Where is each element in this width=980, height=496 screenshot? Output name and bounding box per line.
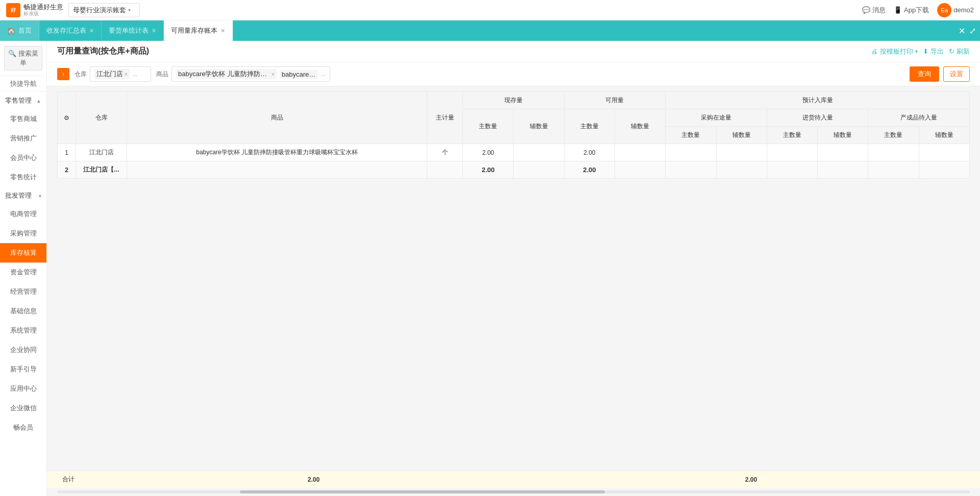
cell-pend-aux bbox=[818, 144, 868, 161]
col-purchase-transit: 采购在途量 bbox=[666, 109, 767, 127]
logo-icon: 好 bbox=[6, 3, 20, 17]
sidebar-item-appstore[interactable]: 应用中心 bbox=[0, 379, 46, 398]
cell-index: 1 bbox=[58, 144, 76, 161]
tab-order[interactable]: 要货单统计表 ✕ bbox=[102, 20, 164, 41]
tab-available[interactable]: 可用量库存账本 ✕ bbox=[164, 20, 233, 41]
sidebar-item-basics[interactable]: 基础信息 bbox=[0, 301, 46, 321]
cell-stock-aux2 bbox=[513, 161, 564, 179]
filter-warehouse-group: 仓库 江北门店 × ... bbox=[75, 66, 151, 82]
print-btn[interactable]: 🖨 按模板打印 ▾ bbox=[871, 47, 918, 56]
sidebar-item-newbie[interactable]: 新手引导 bbox=[0, 360, 46, 379]
search-icon: 🔍 bbox=[8, 50, 16, 57]
cell-avail-main2: 2.00 bbox=[564, 161, 615, 179]
sidebar-item-retail-mgmt[interactable]: 零售管理 ▲ bbox=[0, 92, 46, 109]
col-pending-in: 进货待入量 bbox=[767, 109, 868, 127]
col-stock-aux: 辅数量 bbox=[513, 109, 564, 144]
filter-warehouse-label: 仓库 bbox=[75, 70, 87, 79]
sidebar-item-marketing[interactable]: 营销推广 bbox=[0, 129, 46, 148]
col-warehouse: 仓库 bbox=[76, 92, 127, 144]
sidebar-item-vip[interactable]: 畅会员 bbox=[0, 418, 46, 437]
cell-pur-main bbox=[666, 144, 716, 161]
cell-product2 bbox=[127, 161, 427, 179]
col-unit: 主计量 bbox=[427, 92, 463, 144]
app-download-btn[interactable]: 📱 App下载 bbox=[894, 6, 929, 15]
sidebar-item-system[interactable]: 系统管理 bbox=[0, 321, 46, 340]
filter-product-tag1: babycare学饮杯 儿童防摔防撞吸管杯重力球吸嘴杯宝宝水杯 × bbox=[176, 69, 277, 79]
cell-prod-aux bbox=[919, 144, 969, 161]
industry-select[interactable]: 母婴行业演示账套 ▾ bbox=[68, 3, 140, 17]
sidebar-search-btn[interactable]: 🔍 搜索菜单 bbox=[4, 46, 42, 70]
sidebar-item-wholesale-mgmt[interactable]: 批发管理 ▾ bbox=[0, 187, 46, 204]
chevron-down-icon: ▾ bbox=[128, 7, 131, 13]
query-button[interactable]: 查询 bbox=[910, 66, 939, 82]
sidebar-search-area: 🔍 搜索菜单 bbox=[0, 41, 46, 76]
sidebar-item-wechat[interactable]: 企业微信 bbox=[0, 398, 46, 418]
filter-product-more[interactable]: ... bbox=[321, 70, 326, 78]
filter-bar: › 仓库 江北门店 × ... 商品 babycare学饮杯 儿童防摔防撞吸管杯… bbox=[47, 62, 980, 86]
sidebar-item-ecommerce[interactable]: 电商管理 bbox=[0, 204, 46, 224]
col-pend-aux: 辅数量 bbox=[818, 127, 868, 144]
tab-maximize[interactable]: ⤢ bbox=[969, 26, 976, 36]
export-btn[interactable]: ⬇ 导出 bbox=[923, 47, 944, 56]
filter-product1-remove[interactable]: × bbox=[272, 72, 275, 77]
user-menu[interactable]: Ea demo2 bbox=[937, 3, 974, 17]
filter-product-group: 商品 babycare学饮杯 儿童防摔防撞吸管杯重力球吸嘴杯宝宝水杯 × bab… bbox=[156, 66, 330, 82]
logo-text: 畅捷通好生意 标准版 bbox=[23, 3, 63, 17]
filter-product-input[interactable]: babycare学饮杯 儿童防摔防撞吸管杯重力球吸嘴杯宝宝水杯 × babyca… bbox=[172, 66, 330, 82]
cell-warehouse2: 江北门店【... bbox=[76, 161, 127, 179]
export-icon: ⬇ bbox=[923, 48, 928, 55]
scroll-thumb[interactable] bbox=[240, 490, 605, 493]
settings-button[interactable]: 设置 bbox=[943, 66, 970, 82]
scroll-track[interactable] bbox=[57, 490, 970, 493]
top-bar-left: 好 畅捷通好生意 标准版 母婴行业演示账套 ▾ bbox=[6, 3, 140, 17]
tab-spacer bbox=[233, 20, 954, 41]
table-row-subtotal: 2 江北门店【... 2.00 2.00 bbox=[58, 161, 970, 179]
home-icon: 🏠 bbox=[7, 27, 15, 35]
refresh-icon: ↻ bbox=[949, 48, 954, 55]
col-prod-aux: 辅数量 bbox=[919, 127, 969, 144]
filter-expand-btn[interactable]: › bbox=[57, 68, 69, 80]
cell-pur-aux bbox=[716, 144, 767, 161]
tab-available-close[interactable]: ✕ bbox=[220, 28, 225, 34]
filter-warehouse-remove[interactable]: × bbox=[125, 72, 128, 77]
filter-warehouse-more[interactable]: ... bbox=[133, 70, 138, 78]
tab-home[interactable]: 🏠 首页 bbox=[0, 20, 39, 41]
cell-pend-main bbox=[767, 144, 817, 161]
table-settings-icon[interactable]: ⚙ bbox=[58, 92, 76, 144]
filter-actions: 查询 设置 bbox=[910, 66, 970, 82]
summary-avail-main: 2.00 bbox=[532, 476, 970, 483]
message-btn[interactable]: 💬 消息 bbox=[862, 6, 886, 15]
app-icon: 📱 bbox=[894, 6, 902, 14]
sidebar-item-enterprise[interactable]: 企业协同 bbox=[0, 340, 46, 360]
cell-pend-aux2 bbox=[818, 161, 868, 179]
col-pur-main: 主数量 bbox=[666, 127, 716, 144]
sidebar-item-finance[interactable]: 资金管理 bbox=[0, 263, 46, 282]
print-icon: 🖨 bbox=[871, 48, 878, 55]
refresh-btn[interactable]: ↻ 刷新 bbox=[949, 47, 970, 56]
cell-prod-main bbox=[868, 144, 919, 161]
table-row: 1 江北门店 babycare学饮杯 儿童防摔防撞吸管杯重力球吸嘴杯宝宝水杯 个… bbox=[58, 144, 970, 161]
chevron-down-icon: ▾ bbox=[915, 49, 918, 54]
page-actions: 🖨 按模板打印 ▾ ⬇ 导出 ↻ 刷新 bbox=[871, 47, 970, 56]
cell-stock-main: 2.00 bbox=[463, 144, 513, 161]
filter-warehouse-input[interactable]: 江北门店 × ... bbox=[90, 66, 151, 82]
filter-product-tag2: babycare… bbox=[280, 70, 317, 79]
cell-stock-aux bbox=[513, 144, 564, 161]
col-stock-main: 主数量 bbox=[463, 109, 513, 144]
sidebar-item-inventory[interactable]: 库存核算 bbox=[0, 243, 46, 263]
tab-close-all[interactable]: ✕ bbox=[959, 26, 965, 36]
cell-prod-aux2 bbox=[919, 161, 969, 179]
sidebar-item-purchase[interactable]: 采购管理 bbox=[0, 224, 46, 243]
sidebar-item-member[interactable]: 会员中心 bbox=[0, 148, 46, 168]
sidebar-item-retail-mall[interactable]: 零售商城 bbox=[0, 109, 46, 129]
tab-order-close[interactable]: ✕ bbox=[152, 28, 156, 34]
sidebar-item-retail-stats[interactable]: 零售统计 bbox=[0, 168, 46, 187]
tab-receipt-close[interactable]: ✕ bbox=[89, 28, 94, 34]
chevron-icon: ▾ bbox=[39, 193, 41, 199]
sidebar-nav-btn[interactable]: 快捷导航 bbox=[0, 76, 46, 92]
sidebar-item-operation[interactable]: 经营管理 bbox=[0, 282, 46, 301]
tab-receipt[interactable]: 收发存汇总表 ✕ bbox=[39, 20, 102, 41]
content-area: 可用量查询(按仓库+商品) 🖨 按模板打印 ▾ ⬇ 导出 ↻ 刷新 › bbox=[47, 41, 980, 496]
main-layout: 🔍 搜索菜单 快捷导航 零售管理 ▲ 零售商城 营销推广 会员中心 零售统计 批… bbox=[0, 41, 980, 496]
cell-pend-main2 bbox=[767, 161, 817, 179]
